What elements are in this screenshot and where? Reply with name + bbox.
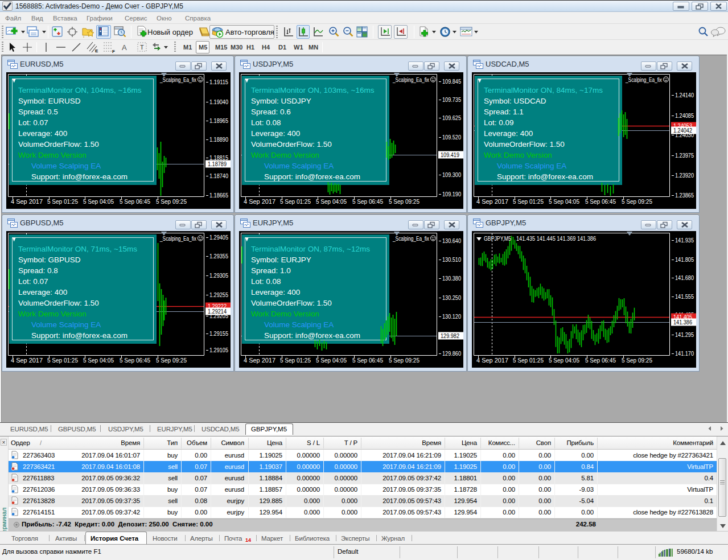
svg-text:Symbol: GBPUSD: Symbol: GBPUSD bbox=[18, 256, 81, 264]
svg-text:4 Sep 2017: 4 Sep 2017 bbox=[476, 357, 508, 364]
svg-text:VolumeOrderFlow: 1.50: VolumeOrderFlow: 1.50 bbox=[18, 299, 99, 307]
svg-text:Volume Scalping EA: Volume Scalping EA bbox=[264, 320, 334, 329]
svg-text:Lot: 0.08: Lot: 0.08 bbox=[251, 118, 281, 127]
svg-text:109.300: 109.300 bbox=[442, 171, 461, 178]
svg-text:4 Sep 2017: 4 Sep 2017 bbox=[244, 198, 275, 205]
svg-text:5 Sep 01:25: 5 Sep 01:25 bbox=[47, 198, 78, 205]
svg-text:5 Sep 04:05: 5 Sep 04:05 bbox=[316, 357, 347, 364]
svg-text:Lot: 0.07: Lot: 0.07 bbox=[18, 118, 48, 127]
svg-text:Lot: 0.07: Lot: 0.07 bbox=[18, 277, 48, 286]
svg-text:Work Demo Version: Work Demo Version bbox=[251, 310, 319, 318]
svg-text:5 Sep 01:25: 5 Sep 01:25 bbox=[513, 198, 544, 205]
svg-text:GBPJPY,M5: GBPJPY,M5 bbox=[484, 235, 511, 242]
svg-text:Leverage: 400: Leverage: 400 bbox=[18, 288, 67, 297]
svg-text:1.24140: 1.24140 bbox=[675, 92, 694, 98]
svg-text:1.24042: 1.24042 bbox=[673, 127, 692, 134]
svg-text:5 Sep 04:05: 5 Sep 04:05 bbox=[549, 198, 579, 205]
svg-text:Symbol: EURJPY: Symbol: EURJPY bbox=[251, 256, 311, 264]
svg-text:VolumeOrderFlow: 1.50: VolumeOrderFlow: 1.50 bbox=[18, 140, 99, 149]
svg-text:5 Sep 06:45: 5 Sep 06:45 bbox=[352, 357, 383, 364]
svg-text:Volume Scalping EA: Volume Scalping EA bbox=[31, 162, 101, 170]
svg-text:1.18890: 1.18890 bbox=[209, 136, 228, 143]
svg-text:1.23865: 1.23865 bbox=[675, 192, 694, 199]
svg-text:141.170: 141.170 bbox=[675, 350, 694, 357]
svg-text:Volume Scalping EA: Volume Scalping EA bbox=[264, 162, 334, 170]
svg-text:Lot: 0.09: Lot: 0.09 bbox=[484, 118, 514, 127]
svg-text:141.555: 141.555 bbox=[675, 293, 694, 300]
svg-text:1.24085: 1.24085 bbox=[675, 112, 694, 119]
svg-text:5 Sep 09:25: 5 Sep 09:25 bbox=[156, 198, 187, 205]
svg-text:130.250: 130.250 bbox=[442, 294, 461, 301]
svg-text:Support: info@forex-ea.com: Support: info@forex-ea.com bbox=[264, 172, 360, 181]
svg-text:T: T bbox=[140, 44, 144, 51]
svg-text:_Scalping_Ea_fix: _Scalping_Ea_fix bbox=[159, 76, 196, 83]
svg-text:109.735: 109.735 bbox=[442, 96, 461, 103]
svg-text:129.982: 129.982 bbox=[441, 332, 459, 339]
svg-text:_Scalping_Ea_fix: _Scalping_Ea_fix bbox=[159, 235, 196, 242]
svg-text:4 Sep 2017: 4 Sep 2017 bbox=[244, 357, 275, 364]
svg-text:5 Sep 09:25: 5 Sep 09:25 bbox=[389, 198, 419, 205]
svg-text:5 Sep 01:25: 5 Sep 01:25 bbox=[280, 357, 311, 364]
svg-text:1.29155: 1.29155 bbox=[209, 330, 228, 337]
svg-text:5 Sep 01:25: 5 Sep 01:25 bbox=[280, 198, 311, 205]
svg-text:1.29355: 1.29355 bbox=[209, 253, 228, 260]
svg-text:TerminalMonitor ON, 87ms, ~12m: TerminalMonitor ON, 87ms, ~12ms bbox=[251, 245, 370, 253]
svg-text:Symbol: USDJPY: Symbol: USDJPY bbox=[251, 97, 311, 105]
svg-text:1.29305: 1.29305 bbox=[209, 272, 228, 279]
svg-text:VolumeOrderFlow: 1.50: VolumeOrderFlow: 1.50 bbox=[251, 299, 332, 307]
svg-text:130.640: 130.640 bbox=[442, 237, 461, 244]
svg-text:1.29405: 1.29405 bbox=[209, 234, 228, 241]
svg-text:109.625: 109.625 bbox=[442, 114, 461, 121]
svg-text:5 Sep 06:45: 5 Sep 06:45 bbox=[352, 198, 383, 205]
svg-text:TerminalMonitor ON, 103ms, ~16: TerminalMonitor ON, 103ms, ~16ms bbox=[251, 86, 375, 94]
svg-text:141.295: 141.295 bbox=[675, 331, 694, 338]
svg-text:130.120: 130.120 bbox=[442, 313, 461, 320]
svg-text:5 Sep 04:05: 5 Sep 04:05 bbox=[83, 357, 114, 364]
svg-text:Lot: 0.08: Lot: 0.08 bbox=[251, 277, 281, 286]
svg-text:1.18789: 1.18789 bbox=[208, 160, 227, 167]
svg-text:Leverage: 400: Leverage: 400 bbox=[251, 129, 300, 138]
svg-text:VolumeOrderFlow: 1.50: VolumeOrderFlow: 1.50 bbox=[251, 140, 332, 149]
svg-text:5 Sep 09:25: 5 Sep 09:25 bbox=[389, 357, 419, 364]
svg-text:5 Sep 04:05: 5 Sep 04:05 bbox=[549, 357, 579, 364]
svg-text:141.935: 141.935 bbox=[675, 237, 694, 244]
svg-text:141.805: 141.805 bbox=[675, 256, 694, 263]
svg-text:1.29105: 1.29105 bbox=[209, 347, 228, 353]
svg-text:VolumeOrderFlow: 1.50: VolumeOrderFlow: 1.50 bbox=[484, 140, 565, 149]
svg-text:5 Sep 09:25: 5 Sep 09:25 bbox=[156, 357, 187, 364]
svg-text:4 Sep 2017: 4 Sep 2017 bbox=[11, 357, 43, 364]
svg-text:109.419: 109.419 bbox=[441, 151, 459, 158]
svg-text:5 Sep 01:25: 5 Sep 01:25 bbox=[47, 357, 78, 364]
svg-text:Leverage: 400: Leverage: 400 bbox=[18, 129, 67, 138]
svg-text:E: E bbox=[95, 48, 98, 53]
svg-text:129.860: 129.860 bbox=[442, 350, 461, 357]
svg-text:1.19040: 1.19040 bbox=[209, 98, 228, 105]
svg-text:1.29214: 1.29214 bbox=[208, 308, 227, 315]
svg-text:4 Sep 2017: 4 Sep 2017 bbox=[11, 198, 43, 205]
svg-text:Support: info@forex-ea.com: Support: info@forex-ea.com bbox=[264, 331, 360, 340]
svg-text:TerminalMonitor ON, 71ms, ~15m: TerminalMonitor ON, 71ms, ~15ms bbox=[18, 245, 137, 253]
svg-text:5 Sep 06:45: 5 Sep 06:45 bbox=[120, 198, 150, 205]
svg-text:_Scalping_Ea_fix: _Scalping_Ea_fix bbox=[625, 76, 662, 83]
svg-text:Support: info@forex-ea.com: Support: info@forex-ea.com bbox=[497, 172, 593, 181]
svg-text:F: F bbox=[112, 49, 115, 53]
svg-text:Support: info@forex-ea.com: Support: info@forex-ea.com bbox=[31, 172, 127, 181]
svg-text:Work Demo Version: Work Demo Version bbox=[18, 151, 87, 159]
svg-text:1.18740: 1.18740 bbox=[209, 172, 228, 179]
svg-text:5 Sep 06:45: 5 Sep 06:45 bbox=[585, 198, 616, 205]
svg-text:141.435 141.445 141.369 141.38: 141.435 141.445 141.369 141.386 bbox=[516, 235, 596, 242]
svg-text:Volume Scalping EA: Volume Scalping EA bbox=[31, 320, 101, 329]
svg-text:1.18965: 1.18965 bbox=[209, 117, 228, 124]
svg-text:1.23920: 1.23920 bbox=[675, 172, 694, 179]
svg-text:Symbol: USDCAD: Symbol: USDCAD bbox=[484, 97, 546, 105]
svg-text:5 Sep 01:25: 5 Sep 01:25 bbox=[513, 357, 544, 364]
svg-text:Symbol: EURUSD: Symbol: EURUSD bbox=[18, 97, 81, 105]
svg-text:Spread: 1.1: Spread: 1.1 bbox=[484, 108, 524, 116]
svg-text:130.510: 130.510 bbox=[442, 256, 461, 263]
svg-text:Spread: 1.0: Spread: 1.0 bbox=[251, 266, 291, 275]
svg-text:Work Demo Version: Work Demo Version bbox=[484, 151, 552, 159]
svg-text:1.19115: 1.19115 bbox=[209, 79, 228, 85]
svg-text:_Scalping_Ea_fix: _Scalping_Ea_fix bbox=[392, 76, 429, 83]
svg-text:4 Sep 2017: 4 Sep 2017 bbox=[476, 198, 508, 205]
svg-text:1.18665: 1.18665 bbox=[209, 192, 228, 199]
